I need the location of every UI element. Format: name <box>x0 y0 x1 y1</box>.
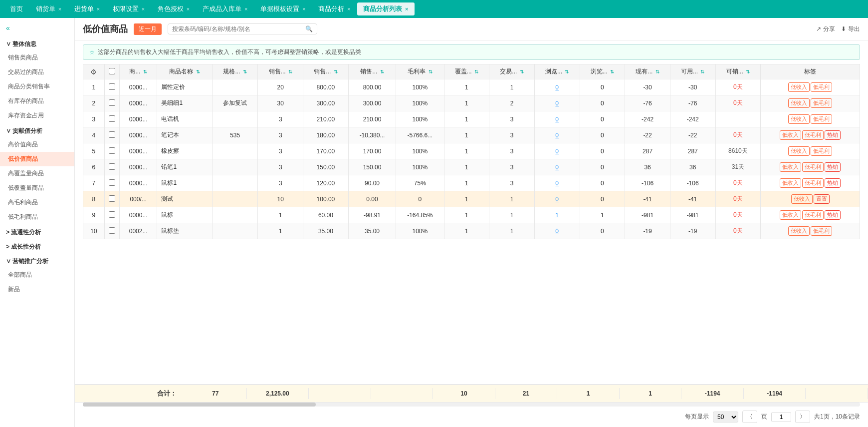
nav-home[interactable]: 首页 <box>4 2 29 15</box>
row-checkbox-cell[interactable] <box>104 127 119 143</box>
row-checkbox[interactable] <box>109 147 115 154</box>
nav-templates-close[interactable]: × <box>302 6 305 12</box>
row-view1[interactable]: 0 <box>534 79 580 95</box>
sidebar-item-high-margin[interactable]: 高毛利商品 <box>0 195 74 210</box>
col-trade[interactable]: 交易... ⇅ <box>489 64 535 79</box>
col-name[interactable]: 商品名称 ⇅ <box>157 64 212 79</box>
view1-link[interactable]: 0 <box>555 196 559 203</box>
col-spec[interactable]: 规格... ⇅ <box>212 64 258 79</box>
sidebar-item-high-value[interactable]: 高价值商品 <box>0 137 74 152</box>
nav-purchase[interactable]: 进货单 × <box>68 2 106 15</box>
sidebar-item-sales-products[interactable]: 销售类商品 <box>0 50 74 65</box>
sidebar-item-in-stock[interactable]: 有库存的商品 <box>0 94 74 108</box>
nav-stock-in[interactable]: 产成品入库单 × <box>197 2 253 15</box>
nav-roles-close[interactable]: × <box>187 6 190 12</box>
col-sales2[interactable]: 销售... ⇅ <box>348 64 396 79</box>
sidebar-item-high-coverage[interactable]: 高覆盖量商品 <box>0 166 74 181</box>
nav-stock-in-close[interactable]: × <box>244 6 247 12</box>
search-input[interactable] <box>172 25 303 32</box>
nav-product-analysis-list[interactable]: 商品分析列表 × <box>357 2 414 15</box>
row-view1[interactable]: 0 <box>534 223 580 239</box>
row-checkbox[interactable] <box>109 131 115 138</box>
time-filter-button[interactable]: 近一月 <box>134 23 162 35</box>
nav-sales[interactable]: 销货单 × <box>30 2 67 15</box>
col-tags[interactable]: 标签 <box>761 64 860 79</box>
table-container[interactable]: ⚙ 商... ⇅ 商品名称 ⇅ 规格... ⇅ 销售... ⇅ 销售... ⇅ … <box>75 64 868 384</box>
sidebar-item-all-products[interactable]: 全部商品 <box>0 268 74 282</box>
col-view1[interactable]: 浏览... ⇅ <box>534 64 580 79</box>
nav-templates[interactable]: 单据模板设置 × <box>254 2 311 15</box>
view1-link[interactable]: 1 <box>555 212 559 219</box>
row-checkbox-cell[interactable] <box>104 111 119 127</box>
row-checkbox[interactable] <box>109 163 115 170</box>
col-cover[interactable]: 覆盖... ⇅ <box>444 64 489 79</box>
row-checkbox[interactable] <box>109 83 115 90</box>
view1-link[interactable]: 0 <box>555 228 559 235</box>
row-view1[interactable]: 0 <box>534 143 580 159</box>
share-button[interactable]: ↗ 分享 <box>816 25 835 33</box>
row-checkbox[interactable] <box>109 195 115 202</box>
search-icon[interactable]: 🔍 <box>305 25 313 32</box>
row-checkbox[interactable] <box>109 227 115 234</box>
view1-link[interactable]: 0 <box>555 164 559 171</box>
export-button[interactable]: ⬇ 导出 <box>841 25 860 33</box>
sidebar-item-low-value[interactable]: 低价值商品 <box>0 152 74 166</box>
col-cur-stock[interactable]: 现有... ⇅ <box>625 64 670 79</box>
row-checkbox-cell[interactable] <box>104 223 119 239</box>
col-view2[interactable]: 浏览... ⇅ <box>580 64 625 79</box>
row-checkbox-cell[interactable] <box>104 143 119 159</box>
view1-link[interactable]: 0 <box>555 100 559 107</box>
col-qty[interactable]: 销售... ⇅ <box>258 64 303 79</box>
col-avail[interactable]: 可用... ⇅ <box>670 64 715 79</box>
row-checkbox[interactable] <box>109 99 115 106</box>
row-checkbox[interactable] <box>109 115 115 122</box>
sidebar-item-capital[interactable]: 库存资金占用 <box>0 108 74 123</box>
sidebar-item-traded[interactable]: 交易过的商品 <box>0 65 74 79</box>
per-page-select[interactable]: 50 100 200 <box>713 412 738 423</box>
view1-link[interactable]: 0 <box>555 84 559 91</box>
sidebar-item-low-coverage[interactable]: 低覆盖量商品 <box>0 181 74 195</box>
page-input[interactable] <box>771 412 791 422</box>
nav-roles[interactable]: 角色授权 × <box>152 2 196 15</box>
row-view1[interactable]: 1 <box>534 207 580 223</box>
sidebar-collapse-btn[interactable]: « <box>4 22 12 34</box>
sidebar-section-liquidity[interactable]: > 流通性分析 <box>0 224 74 239</box>
sidebar-item-low-margin[interactable]: 低毛利商品 <box>0 210 74 224</box>
col-code[interactable]: 商... ⇅ <box>119 64 157 79</box>
view1-link[interactable]: 0 <box>555 132 559 139</box>
sidebar-item-category-rate[interactable]: 商品分类销售率 <box>0 79 74 94</box>
view1-link[interactable]: 0 <box>555 116 559 123</box>
sidebar-item-new-products[interactable]: 新品 <box>0 282 74 297</box>
col-sellable[interactable]: 可销... ⇅ <box>715 64 761 79</box>
nav-product-analysis[interactable]: 商品分析 × <box>312 2 356 15</box>
col-checkbox[interactable] <box>104 64 119 79</box>
row-checkbox[interactable] <box>109 179 115 186</box>
row-checkbox[interactable] <box>109 211 115 218</box>
nav-permissions[interactable]: 权限设置 × <box>107 2 151 15</box>
row-view1[interactable]: 0 <box>534 175 580 191</box>
select-all-checkbox[interactable] <box>109 68 115 74</box>
nav-list-close[interactable]: × <box>405 6 408 12</box>
row-view1[interactable]: 0 <box>534 191 580 207</box>
row-checkbox-cell[interactable] <box>104 79 119 95</box>
nav-permissions-close[interactable]: × <box>142 6 145 12</box>
next-page-button[interactable]: 〉 <box>795 411 810 423</box>
row-checkbox-cell[interactable] <box>104 191 119 207</box>
col-gear[interactable]: ⚙ <box>83 64 105 79</box>
col-sales1[interactable]: 销售... ⇅ <box>303 64 349 79</box>
nav-purchase-close[interactable]: × <box>97 6 100 12</box>
row-view1[interactable]: 0 <box>534 127 580 143</box>
row-checkbox-cell[interactable] <box>104 207 119 223</box>
prev-page-button[interactable]: 〈 <box>742 411 757 423</box>
nav-sales-close[interactable]: × <box>58 6 61 12</box>
sidebar-section-growth[interactable]: > 成长性分析 <box>0 239 74 253</box>
row-checkbox-cell[interactable] <box>104 175 119 191</box>
col-margin[interactable]: 毛利率 ⇅ <box>396 64 444 79</box>
view1-link[interactable]: 0 <box>555 148 559 155</box>
row-view1[interactable]: 0 <box>534 95 580 111</box>
view1-link[interactable]: 0 <box>555 180 559 187</box>
row-checkbox-cell[interactable] <box>104 95 119 111</box>
nav-analysis-close[interactable]: × <box>347 6 350 12</box>
row-view1[interactable]: 0 <box>534 159 580 175</box>
row-checkbox-cell[interactable] <box>104 159 119 175</box>
